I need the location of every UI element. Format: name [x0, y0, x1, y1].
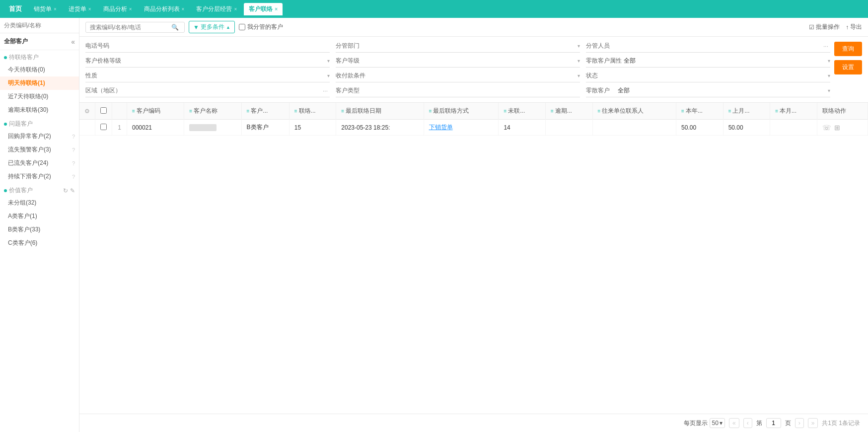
my-customer-checkbox-label[interactable]: 我分管的客户 — [239, 23, 283, 31]
sidebar-item-c-class[interactable]: C类客户(6) — [0, 236, 79, 250]
col-name[interactable]: ≡客户名称 — [184, 103, 241, 120]
sidebar-item-a-class[interactable]: A类客户(1) — [0, 210, 79, 223]
sort-icon: ≡ — [294, 108, 297, 114]
nav-goods-analysis[interactable]: 商品分析 × — [98, 3, 137, 15]
col-code[interactable]: ≡客户编码 — [127, 103, 184, 120]
filter-dept[interactable]: 分管部门 ▾ — [336, 42, 580, 53]
prev-page-button[interactable]: ‹ — [743, 418, 752, 428]
last-contact-method-link[interactable]: 下销货单 — [429, 124, 453, 131]
phone-label: 电话号码 — [85, 42, 120, 50]
sidebar-item-repurchase-abnormal[interactable]: 回购异常客户(2) ? — [0, 130, 79, 143]
col-this-month[interactable]: ≡本月... — [770, 103, 817, 120]
col-unit-contact[interactable]: ≡往来单位联系人 — [592, 103, 676, 120]
col-type[interactable]: ≡客户... — [241, 103, 289, 120]
status-label: 状态 — [586, 72, 616, 80]
nav-purchase[interactable]: 进货单 × — [64, 3, 96, 15]
bulk-op-button[interactable]: ☑ 批量操作 — [809, 23, 840, 31]
close-icon[interactable]: × — [54, 6, 57, 12]
sidebar-item-declining[interactable]: 持续下滑客户(2) ? — [0, 170, 79, 183]
refresh-icon[interactable]: ↻ — [63, 187, 68, 194]
filter-status[interactable]: 状态 ▾ — [586, 72, 830, 82]
phone-action-icon[interactable]: ☏ — [822, 124, 831, 132]
export-button[interactable]: ↑ 导出 — [846, 23, 862, 31]
dots-icon[interactable]: ··· — [821, 43, 830, 50]
sidebar-item-ungroup[interactable]: 未分组(32) — [0, 196, 79, 210]
filter-region[interactable]: 区域（地区） ··· — [85, 86, 330, 97]
row-num: 1 — [112, 120, 127, 136]
filter-payment[interactable]: 收付款条件 ▾ — [336, 72, 580, 82]
close-icon[interactable]: × — [234, 6, 237, 12]
all-customers-header[interactable]: 全部客户 « — [0, 33, 79, 50]
select-all-checkbox[interactable] — [100, 107, 107, 114]
all-customers-label: 全部客户 — [4, 37, 28, 46]
search-icon[interactable]: 🔍 — [171, 24, 179, 31]
col-last-contact-date[interactable]: ≡最后联络日期 — [336, 103, 424, 120]
help-icon[interactable]: ? — [72, 174, 75, 180]
total-info: 共1页 1条记录 — [822, 419, 860, 428]
last-page-button[interactable]: » — [808, 418, 818, 428]
close-icon[interactable]: × — [129, 6, 132, 12]
sidebar-item-overdue-contact[interactable]: 逾期未联络(30) — [0, 103, 79, 117]
query-button[interactable]: 查询 — [834, 42, 862, 56]
col-this-year[interactable]: ≡本年... — [676, 103, 723, 120]
grid-action-icon[interactable]: ⊞ — [834, 124, 840, 132]
search-input[interactable] — [90, 24, 169, 31]
sidebar-item-churned[interactable]: 已流失客户(24) ? — [0, 156, 79, 170]
help-icon[interactable]: ? — [72, 160, 75, 166]
col-contact[interactable]: ≡联络... — [289, 103, 336, 120]
nav-goods-analysis-list[interactable]: 商品分析列表 × — [139, 3, 190, 15]
col-last-contact-method[interactable]: ≡最后联络方式 — [424, 103, 499, 120]
filter-more-btn[interactable]: ▼ 更多条件 ▲ — [189, 21, 235, 33]
row-last-contact-method: 下销货单 — [424, 120, 499, 136]
sidebar-item-tomorrow-contact[interactable]: 明天待联络(1) — [0, 76, 79, 90]
filter-row-3: 性质 ▾ 收付款条件 ▾ 状态 ▾ — [85, 72, 830, 82]
chevron-up-icon: ▲ — [226, 25, 230, 30]
sort-icon: ≡ — [189, 108, 192, 114]
close-icon[interactable]: × — [88, 6, 91, 12]
col-overdue[interactable]: ≡逾期... — [545, 103, 592, 120]
region-label: 区域（地区） — [85, 86, 121, 95]
next-page-button[interactable]: › — [795, 418, 804, 428]
first-page-button[interactable]: « — [729, 418, 739, 428]
filter-customer-grade[interactable]: 客户等级 ▾ — [336, 57, 580, 68]
customer-grade-label: 客户等级 — [336, 57, 365, 65]
collapse-icon[interactable]: « — [71, 38, 75, 46]
filter-retail-customer[interactable]: 零散客户 全部 ▾ — [586, 86, 830, 97]
my-customer-checkbox[interactable] — [239, 24, 245, 30]
filter-person[interactable]: 分管人员 ··· — [586, 42, 830, 53]
edit-icon[interactable]: ✎ — [70, 187, 75, 194]
page-size-box[interactable]: 50 ▾ — [710, 418, 725, 428]
col-no-contact[interactable]: ≡未联... — [499, 103, 546, 120]
row-this-month — [770, 120, 817, 136]
filter-price-grade[interactable]: 客户价格等级 ▾ — [85, 57, 330, 68]
phone-input[interactable] — [122, 43, 330, 50]
retail-customer-label: 零散客户 — [586, 86, 616, 95]
nav-sales[interactable]: 销货单 × — [29, 3, 62, 15]
page-input[interactable] — [766, 418, 781, 428]
filter-retail-attr[interactable]: 零散客户属性 全部 ▾ — [586, 57, 830, 68]
sidebar-item-today-contact[interactable]: 今天待联络(0) — [0, 63, 79, 76]
nav-home[interactable]: 首页 — [4, 2, 27, 15]
close-icon[interactable]: × — [275, 6, 278, 12]
filter-nature[interactable]: 性质 ▾ — [85, 72, 330, 82]
reset-button[interactable]: 设置 — [834, 60, 862, 74]
filter-customer-type[interactable]: 客户类型 — [336, 86, 580, 97]
row-contact: 15 — [289, 120, 336, 136]
help-icon[interactable]: ? — [72, 147, 75, 153]
chevron-down-icon: ▾ — [578, 58, 580, 64]
page-unit: 页 — [785, 419, 791, 428]
row-checkbox[interactable] — [100, 124, 107, 130]
nav-customer-contact[interactable]: 客户联络 × — [244, 3, 283, 15]
help-icon[interactable]: ? — [72, 134, 75, 140]
close-icon[interactable]: × — [182, 6, 185, 12]
col-gear[interactable]: ⚙ — [79, 103, 95, 120]
sidebar-search-input[interactable] — [4, 22, 78, 29]
dots-icon[interactable]: ··· — [321, 87, 330, 94]
sidebar-item-churn-warning[interactable]: 流失预警客户(3) ? — [0, 143, 79, 156]
nav-customer-segment[interactable]: 客户分层经营 × — [191, 3, 242, 15]
sidebar-item-7days-contact[interactable]: 近7天待联络(0) — [0, 90, 79, 103]
masked-name: Ea — [189, 124, 217, 131]
col-last-month[interactable]: ≡上月... — [723, 103, 770, 120]
search-box: 🔍 — [85, 22, 185, 33]
sidebar-item-b-class[interactable]: B类客户(33) — [0, 223, 79, 236]
